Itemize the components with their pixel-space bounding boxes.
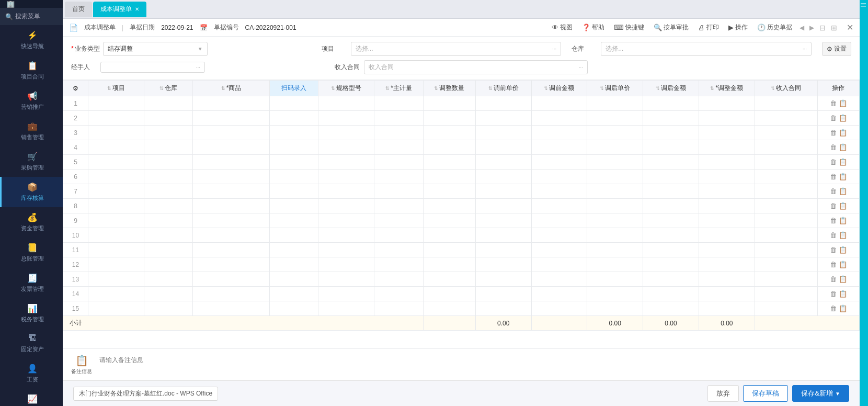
row-11-prev-price[interactable] xyxy=(475,243,531,257)
row-14-qty[interactable] xyxy=(423,287,475,301)
row-1-prev-amt[interactable] xyxy=(531,96,587,111)
tab-cost-adjustment[interactable]: 成本调整单✕ xyxy=(93,2,146,17)
row-12-delete-icon[interactable]: 🗑 xyxy=(830,261,837,268)
row-14-adj-amt[interactable] xyxy=(699,287,755,301)
notes-icon-btn[interactable]: 📋 备注信息 xyxy=(71,354,92,375)
col-prev-amt[interactable]: ⇅调前金额 xyxy=(531,81,587,96)
toolbar-review-btn[interactable]: 🔍 按单审批 xyxy=(652,22,691,33)
toolbar-operations-btn[interactable]: ▶ 操作 xyxy=(726,22,750,33)
row-8-copy-icon[interactable]: 📋 xyxy=(839,202,847,210)
row-5-new-amt[interactable] xyxy=(643,155,699,170)
row-8-product[interactable] xyxy=(193,199,270,213)
collapse-icon[interactable]: ⊞ xyxy=(831,24,837,32)
row-14-unit[interactable] xyxy=(374,287,423,301)
col-prev-price[interactable]: ⇅调前单价 xyxy=(475,81,531,96)
row-11-new-amt[interactable] xyxy=(643,243,699,257)
col-unit[interactable]: ⇅*主计量 xyxy=(374,81,423,96)
row-11-income[interactable] xyxy=(755,243,817,257)
row-13-unit[interactable] xyxy=(374,272,423,287)
row-4-adj-amt[interactable] xyxy=(699,140,755,155)
row-6-new-price[interactable] xyxy=(587,170,643,184)
row-7-income[interactable] xyxy=(755,184,817,199)
row-15-delete-icon[interactable]: 🗑 xyxy=(830,304,837,312)
row-3-new-amt[interactable] xyxy=(643,126,699,140)
row-11-new-price[interactable] xyxy=(587,243,643,257)
row-10-prev-amt[interactable] xyxy=(531,228,587,243)
row-8-unit[interactable] xyxy=(374,199,423,213)
row-3-prev-price[interactable] xyxy=(475,126,531,140)
income-contract-input[interactable]: 收入合同 ··· xyxy=(364,60,588,74)
business-type-input[interactable]: 结存调整 ▼ xyxy=(103,42,208,56)
save-draft-button[interactable]: 保存草稿 xyxy=(743,385,788,402)
row-10-copy-icon[interactable]: 📋 xyxy=(839,231,847,239)
row-8-project[interactable] xyxy=(88,199,144,213)
col-adj-amt[interactable]: ⇅*调整金额 xyxy=(699,81,755,96)
row-14-new-price[interactable] xyxy=(587,287,643,301)
row-13-warehouse[interactable] xyxy=(144,272,192,287)
row-11-warehouse[interactable] xyxy=(144,243,192,257)
row-12-unit[interactable] xyxy=(374,257,423,272)
row-12-prev-amt[interactable] xyxy=(531,257,587,272)
row-5-spec[interactable] xyxy=(318,155,374,170)
row-4-scan[interactable] xyxy=(270,140,318,155)
row-7-adj-amt[interactable] xyxy=(699,184,755,199)
row-2-warehouse[interactable] xyxy=(144,111,192,126)
row-13-project[interactable] xyxy=(88,272,144,287)
row-15-product[interactable] xyxy=(193,301,270,316)
close-window-btn[interactable]: ✕ xyxy=(847,22,853,32)
row-4-product[interactable] xyxy=(193,140,270,155)
row-9-spec[interactable] xyxy=(318,213,374,228)
row-12-project[interactable] xyxy=(88,257,144,272)
row-1-qty[interactable] xyxy=(423,96,475,111)
row-8-income[interactable] xyxy=(755,199,817,213)
row-6-spec[interactable] xyxy=(318,170,374,184)
row-4-new-amt[interactable] xyxy=(643,140,699,155)
row-3-adj-amt[interactable] xyxy=(699,126,755,140)
discard-button[interactable]: 放弃 xyxy=(707,385,739,402)
row-11-unit[interactable] xyxy=(374,243,423,257)
row-1-delete-icon[interactable]: 🗑 xyxy=(830,99,837,107)
row-5-unit[interactable] xyxy=(374,155,423,170)
row-12-spec[interactable] xyxy=(318,257,374,272)
row-2-copy-icon[interactable]: 📋 xyxy=(839,114,847,122)
row-7-delete-icon[interactable]: 🗑 xyxy=(830,187,837,195)
row-4-copy-icon[interactable]: 📋 xyxy=(839,143,847,151)
row-8-new-amt[interactable] xyxy=(643,199,699,213)
sidebar-item-finance[interactable]: 💰资金管理 xyxy=(0,207,63,238)
row-10-unit[interactable] xyxy=(374,228,423,243)
row-11-prev-amt[interactable] xyxy=(531,243,587,257)
row-1-product[interactable] xyxy=(193,96,270,111)
row-7-prev-amt[interactable] xyxy=(531,184,587,199)
row-11-project[interactable] xyxy=(88,243,144,257)
row-2-new-price[interactable] xyxy=(587,111,643,126)
row-15-new-amt[interactable] xyxy=(643,301,699,316)
row-5-copy-icon[interactable]: 📋 xyxy=(839,158,847,166)
row-14-project[interactable] xyxy=(88,287,144,301)
row-7-prev-price[interactable] xyxy=(475,184,531,199)
row-3-income[interactable] xyxy=(755,126,817,140)
sidebar-search[interactable]: 🔍 搜索菜单 xyxy=(0,8,63,25)
row-10-project[interactable] xyxy=(88,228,144,243)
row-10-adj-amt[interactable] xyxy=(699,228,755,243)
row-11-spec[interactable] xyxy=(318,243,374,257)
row-15-prev-amt[interactable] xyxy=(531,301,587,316)
row-11-qty[interactable] xyxy=(423,243,475,257)
row-3-spec[interactable] xyxy=(318,126,374,140)
tab-home[interactable]: 首页 xyxy=(65,2,92,17)
row-1-scan[interactable] xyxy=(270,96,318,111)
row-13-prev-price[interactable] xyxy=(475,272,531,287)
row-15-adj-amt[interactable] xyxy=(699,301,755,316)
row-5-new-price[interactable] xyxy=(587,155,643,170)
row-6-prev-amt[interactable] xyxy=(531,170,587,184)
row-12-prev-price[interactable] xyxy=(475,257,531,272)
row-13-copy-icon[interactable]: 📋 xyxy=(839,275,847,283)
row-5-warehouse[interactable] xyxy=(144,155,192,170)
row-12-new-price[interactable] xyxy=(587,257,643,272)
sidebar-item-sales-mgmt[interactable]: 💼销售管理 xyxy=(0,116,63,146)
row-7-warehouse[interactable] xyxy=(144,184,192,199)
row-8-spec[interactable] xyxy=(318,199,374,213)
row-1-prev-price[interactable] xyxy=(475,96,531,111)
col-new-price[interactable]: ⇅调后单价 xyxy=(587,81,643,96)
sidebar-item-fixed-assets[interactable]: 🏗固定资产 xyxy=(0,329,63,358)
col-spec[interactable]: ⇅规格型号 xyxy=(318,81,374,96)
